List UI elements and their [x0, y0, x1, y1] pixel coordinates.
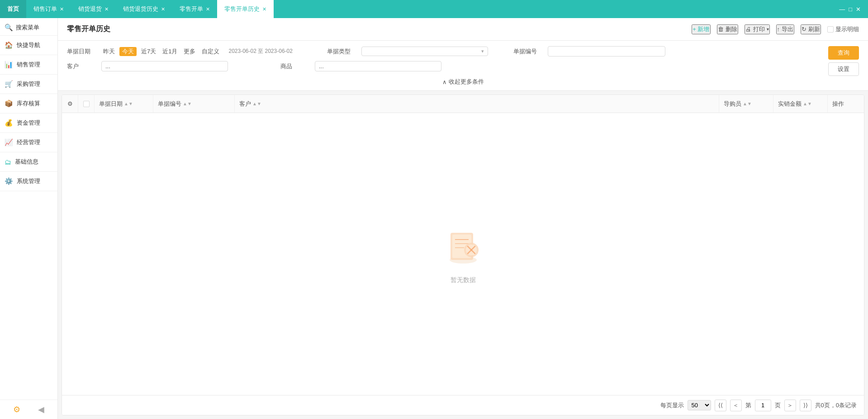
query-buttons: 查询 设置: [828, 46, 859, 76]
tab-close-icon[interactable]: ✕: [161, 6, 165, 12]
setting-button[interactable]: 设置: [828, 62, 859, 76]
sidebar-item-sales[interactable]: 📊 销售管理: [0, 55, 57, 75]
type-filter-label: 单据类型: [327, 47, 354, 56]
tab-home[interactable]: 首页: [0, 0, 26, 18]
sidebar-item-purchase[interactable]: 🛒 采购管理: [0, 75, 57, 94]
date-7days[interactable]: 近7天: [139, 47, 158, 56]
print-chevron-icon: ▾: [767, 27, 769, 32]
goods-filter-label: 商品: [280, 62, 308, 71]
export-icon: ↑: [777, 26, 780, 33]
sidebar-item-label: 基础信息: [15, 158, 38, 166]
date-1month[interactable]: 近1月: [161, 47, 179, 56]
date-today[interactable]: 今天: [119, 47, 137, 56]
tab-retail-order[interactable]: 零售开单 ✕: [172, 0, 217, 18]
prev-page-btn[interactable]: ＜: [730, 400, 742, 411]
sort-num-icon[interactable]: ▲▼: [183, 102, 192, 106]
window-close-btn[interactable]: ✕: [856, 6, 861, 13]
sidebar-item-system[interactable]: ⚙️ 系统管理: [0, 172, 57, 191]
num-filter-input[interactable]: [548, 46, 665, 56]
sidebar-item-finance[interactable]: 💰 资金管理: [0, 113, 57, 133]
tab-close-icon[interactable]: ✕: [60, 6, 64, 12]
sort-date-icon[interactable]: ▲▼: [124, 102, 133, 106]
th-num[interactable]: 单据编号 ▲▼: [153, 95, 235, 113]
page-title: 零售开单历史: [67, 24, 692, 34]
show-detail-checkbox[interactable]: [827, 26, 834, 33]
th-action-label: 操作: [832, 100, 844, 108]
collapse-filter-btn[interactable]: ∧ 收起更多条件: [67, 76, 859, 87]
top-bar: 首页 销售订单 ✕ 销货退货 ✕ 销货退货历史 ✕ 零售开单 ✕ 零售开单历史 …: [0, 0, 868, 18]
add-button[interactable]: + 新增: [692, 24, 710, 34]
page-label: 第: [745, 401, 751, 410]
minimize-btn[interactable]: —: [839, 6, 845, 13]
th-date-label: 单据日期: [99, 100, 123, 108]
query-button[interactable]: 查询: [828, 46, 859, 60]
show-detail-checkbox-area[interactable]: 显示明细: [827, 25, 859, 33]
search-icon: 🔍: [5, 24, 13, 32]
collapse-chevron-icon: ∧: [442, 79, 447, 85]
select-all-checkbox[interactable]: [83, 101, 90, 107]
per-page-select[interactable]: 50 10 20 100: [688, 400, 711, 410]
sort-customer-icon[interactable]: ▲▼: [252, 102, 261, 106]
sidebar-item-label: 快捷导航: [17, 41, 40, 49]
date-custom[interactable]: 自定义: [200, 47, 221, 56]
next-page-btn[interactable]: ＞: [784, 400, 796, 411]
date-more[interactable]: 更多: [182, 47, 197, 56]
sidebar-item-inventory[interactable]: 📦 库存核算: [0, 94, 57, 113]
sidebar-settings-icon[interactable]: ⚙: [13, 405, 20, 414]
refresh-icon: ↻: [802, 26, 806, 33]
tab-label: 零售开单历史: [224, 5, 260, 13]
tab-close-icon[interactable]: ✕: [262, 6, 266, 12]
date-filter-label: 单据日期: [67, 47, 94, 56]
th-guide[interactable]: 导购员 ▲▼: [719, 95, 773, 113]
export-button[interactable]: ↑ 导出: [776, 24, 795, 34]
sidebar-search[interactable]: 🔍 搜索菜单: [0, 18, 57, 36]
type-chevron-icon: ▾: [481, 48, 484, 54]
tab-sales-return-history[interactable]: 销货退货历史 ✕: [116, 0, 172, 18]
purchase-icon: 🛒: [5, 80, 13, 88]
th-amount[interactable]: 实销金额 ▲▼: [773, 95, 828, 113]
sidebar-item-base-info[interactable]: 🗂 基础信息: [0, 152, 57, 172]
delete-label: 删除: [726, 25, 737, 33]
tab-sales-order[interactable]: 销售订单 ✕: [26, 0, 71, 18]
th-date[interactable]: 单据日期 ▲▼: [95, 95, 153, 113]
sidebar-collapse-icon[interactable]: ◀: [38, 405, 44, 414]
last-page-btn[interactable]: ⟩⟩: [800, 400, 811, 411]
th-settings[interactable]: ⚙: [62, 95, 78, 113]
tab-label: 销货退货历史: [123, 5, 158, 13]
sort-amount-icon[interactable]: ▲▼: [803, 102, 812, 106]
refresh-button[interactable]: ↻ 刷新: [801, 24, 821, 34]
sidebar-item-operations[interactable]: 📈 经营管理: [0, 133, 57, 152]
sidebar-item-quick-nav[interactable]: 🏠 快捷导航: [0, 36, 57, 55]
add-button-label: + 新增: [693, 25, 709, 33]
delete-button[interactable]: 🗑 删除: [717, 24, 738, 34]
goods-filter-input[interactable]: ...: [315, 61, 441, 71]
collapse-label: 收起更多条件: [449, 78, 484, 86]
customer-filter-input[interactable]: ...: [101, 61, 228, 71]
th-action: 操作: [828, 95, 864, 113]
maximize-btn[interactable]: □: [849, 6, 852, 13]
sales-icon: 📊: [5, 61, 13, 69]
tab-sales-return[interactable]: 销货退货 ✕: [71, 0, 116, 18]
print-button[interactable]: 🖨 打印 ▾: [745, 24, 770, 34]
sidebar-search-label: 搜索菜单: [16, 24, 39, 32]
customer-dots: ...: [105, 63, 110, 70]
table-header: ⚙ 单据日期 ▲▼ 单据编号 ▲▼ 客户 ▲▼ 导购员: [62, 95, 864, 113]
page-num-input[interactable]: [755, 400, 771, 411]
tab-close-icon[interactable]: ✕: [206, 6, 210, 12]
window-controls: — □ ✕: [839, 6, 868, 13]
first-page-btn[interactable]: ⟨⟨: [715, 400, 726, 411]
operations-icon: 📈: [5, 138, 13, 146]
sidebar-item-label: 资金管理: [17, 119, 40, 127]
sort-guide-icon[interactable]: ▲▼: [743, 102, 752, 106]
type-select[interactable]: ▾: [361, 47, 488, 56]
tab-retail-order-history[interactable]: 零售开单历史 ✕: [217, 0, 274, 18]
print-icon: 🖨: [745, 26, 751, 33]
tab-close-icon[interactable]: ✕: [104, 6, 109, 12]
th-checkbox[interactable]: [78, 95, 95, 113]
table-area: ⚙ 单据日期 ▲▼ 单据编号 ▲▼ 客户 ▲▼ 导购员: [62, 94, 864, 415]
per-page-label: 每页显示: [660, 401, 684, 410]
date-yesterday[interactable]: 昨天: [101, 47, 117, 56]
total-text: 共0页，0条记录: [815, 401, 857, 410]
th-customer[interactable]: 客户 ▲▼: [235, 95, 719, 113]
page-header: 零售开单历史 + 新增 🗑 删除 🖨 打印 ▾ ↑ 导出: [58, 18, 868, 41]
